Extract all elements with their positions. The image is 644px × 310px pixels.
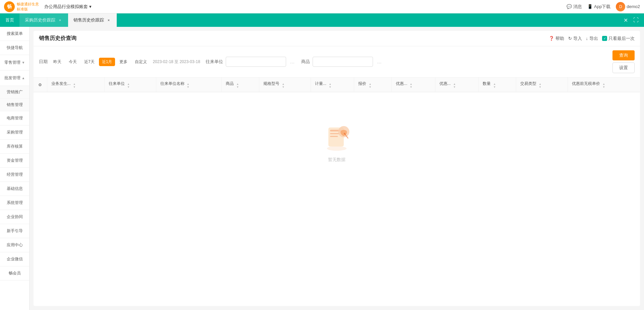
th-price[interactable]: 报价 ▲ ▼ [354, 78, 392, 92]
th-unit-measure-label: 计量... [315, 81, 326, 86]
workspace-dropdown[interactable]: 办公用品行业模拟账套 ▾ [42, 2, 94, 11]
sidebar-item-sales-promo[interactable]: 营销推广 [0, 86, 29, 99]
th-trade-type-label: 交易类型 [520, 81, 536, 86]
sidebar-item-app-center[interactable]: 应用中心 [0, 238, 29, 252]
sidebar-item-inventory-check[interactable]: 库存核算 [0, 140, 29, 154]
sidebar-item-member[interactable]: 畅会员 [0, 266, 29, 280]
sidebar-item-system-mgmt[interactable]: 系统管理 [0, 196, 29, 210]
finance-mgmt-label: 资金管理 [7, 158, 23, 163]
empty-icon [320, 119, 354, 153]
source-unit-input[interactable] [226, 57, 286, 67]
empty-state: 暂无数据 [34, 92, 640, 190]
sidebar-item-wholesale-mgmt[interactable]: 批发管理 ▲ [0, 70, 29, 86]
tab-purchase-close-icon[interactable]: × [57, 17, 63, 23]
th-unit-name-label: 往来单位名称 [160, 81, 184, 86]
sort-arrows-unit-id: ▲ ▼ [127, 83, 130, 89]
empty-text: 暂无数据 [328, 157, 345, 163]
th-pretax-price-label: 优惠前无税单价 [572, 81, 600, 86]
export-label: 导出 [589, 36, 598, 42]
sidebar-item-basic-info[interactable]: 基础信息 [0, 182, 29, 196]
content-area: 销售历史价查询 ❓ 帮助 ↻ 导入 ↓ 导出 ✓ [30, 27, 644, 310]
date-btn-custom[interactable]: 自定义 [132, 58, 150, 66]
search-menu-label: 搜索菜单 [7, 31, 23, 37]
sidebar-item-enterprise-wechat[interactable]: 企业微信 [0, 252, 29, 266]
sort-arrows-unit-name: ▲ ▼ [187, 83, 190, 89]
sidebar-item-purchase-mgmt[interactable]: 采购管理 [0, 125, 29, 140]
only-last-label: 只看最后一次 [608, 36, 635, 42]
app-download-btn[interactable]: 📱 App下载 [587, 4, 610, 10]
retail-mgmt-label: 零售管理 [4, 60, 20, 65]
date-btn-yesterday[interactable]: 昨天 [50, 58, 64, 66]
th-unit-name[interactable]: 往来单位名称 ▲ ▼ [156, 78, 222, 92]
import-btn[interactable]: ↻ 导入 [568, 36, 582, 42]
only-last-checkbox[interactable]: ✓ [602, 36, 607, 41]
tab-sales-close-icon[interactable]: × [106, 17, 111, 23]
source-unit-picker-icon[interactable]: ... [289, 59, 296, 65]
th-pretax-price[interactable]: 优惠前无税单价 ▲ ▼ [568, 78, 640, 92]
sidebar-item-sales-mgmt[interactable]: 销售管理 [0, 99, 29, 111]
th-unit-id-label: 往来单位 [109, 81, 125, 86]
logo-text: 畅捷通好生意标准版 [17, 2, 39, 11]
source-unit-label: 往来单位 [206, 59, 223, 65]
th-quantity[interactable]: 数量 ▲ ▼ [479, 78, 516, 92]
tab-fullscreen-icon[interactable]: ⛶ [632, 16, 640, 24]
setting-button[interactable]: 设置 [612, 62, 635, 73]
date-filter-group: 日期 昨天 今天 近7天 近1月 更多 自定义 2023-02-18 至 202… [39, 58, 200, 66]
product-input[interactable] [313, 57, 373, 67]
product-picker-icon[interactable]: ... [376, 59, 383, 65]
th-biz-date[interactable]: 业务发生... ▲ ▼ [47, 78, 104, 92]
sidebar-item-finance-mgmt[interactable]: 资金管理 [0, 154, 29, 168]
sort-arrows-quantity: ▲ ▼ [493, 83, 496, 89]
th-product[interactable]: 商品 ▲ ▼ [222, 78, 259, 92]
message-btn[interactable]: 💬 消息 [567, 4, 582, 10]
help-btn[interactable]: ❓ 帮助 [549, 36, 564, 42]
sales-promo-label: 营销推广 [7, 90, 23, 94]
th-discount1[interactable]: 优惠... ▲ ▼ [392, 78, 435, 92]
user-area[interactable]: D demo2 [616, 2, 640, 11]
svg-rect-4 [330, 136, 338, 137]
tab-sales-history[interactable]: 销售历史价跟踪 × [68, 13, 117, 27]
tab-purchase-history[interactable]: 采购历史价跟踪 × [19, 13, 68, 27]
table-container: ⚙ 业务发生... ▲ ▼ 往来单位 [34, 78, 640, 190]
date-buttons: 昨天 今天 近7天 近1月 更多 自定义 [50, 58, 150, 66]
top-header: 畅 畅捷通好生意标准版 办公用品行业模拟账套 ▾ 💬 消息 📱 App下载 D … [0, 0, 644, 13]
th-price-label: 报价 [358, 81, 366, 86]
sort-arrows-spec: ▲ ▼ [282, 83, 284, 89]
enterprise-wechat-label: 企业微信 [7, 256, 23, 262]
th-spec[interactable]: 规格型号 ▲ ▼ [259, 78, 311, 92]
message-label: 消息 [573, 4, 582, 10]
export-icon: ↓ [586, 36, 588, 41]
th-unit-id[interactable]: 往来单位 ▲ ▼ [104, 78, 156, 92]
page-title-bar: 销售历史价查询 ❓ 帮助 ↻ 导入 ↓ 导出 ✓ [34, 31, 640, 46]
app-download-label: App下载 [594, 4, 610, 10]
sort-arrows-discount2: ▲ ▼ [453, 83, 456, 89]
only-last-checkbox-label[interactable]: ✓ 只看最后一次 [602, 36, 635, 42]
sales-mgmt-label: 销售管理 [7, 102, 23, 107]
sidebar-item-enterprise-collab[interactable]: 企业协同 [0, 210, 29, 224]
sidebar-item-quick-nav[interactable]: 快捷导航 [0, 41, 29, 55]
th-unit-measure[interactable]: 计量... ▲ ▼ [311, 78, 354, 92]
th-trade-type[interactable]: 交易类型 ▲ ▼ [516, 78, 568, 92]
system-mgmt-label: 系统管理 [7, 200, 23, 206]
date-btn-more[interactable]: 更多 [116, 58, 130, 66]
tab-home[interactable]: 首页 [0, 13, 19, 27]
sidebar-item-ecommerce-mgmt[interactable]: 电商管理 [0, 111, 29, 125]
date-btn-7days[interactable]: 近7天 [81, 58, 98, 66]
sidebar-item-operations-mgmt[interactable]: 经营管理 [0, 168, 29, 182]
sidebar-item-newbie-guide[interactable]: 新手引导 [0, 224, 29, 238]
page-card: 销售历史价查询 ❓ 帮助 ↻ 导入 ↓ 导出 ✓ [34, 31, 640, 306]
export-btn[interactable]: ↓ 导出 [586, 36, 598, 42]
date-btn-today[interactable]: 今天 [66, 58, 80, 66]
sidebar-item-search-menu[interactable]: 搜索菜单 [0, 27, 29, 41]
purchase-mgmt-label: 采购管理 [7, 130, 23, 135]
app-center-label: 应用中心 [7, 242, 23, 248]
th-settings[interactable]: ⚙ [34, 78, 47, 92]
logo-icon: 畅 [4, 1, 15, 12]
member-label: 畅会员 [9, 270, 21, 276]
date-btn-1month[interactable]: 近1月 [99, 58, 115, 66]
retail-mgmt-arrow-icon: ▼ [22, 61, 25, 64]
sidebar-item-retail-mgmt[interactable]: 零售管理 ▼ [0, 55, 29, 70]
tab-close-all-icon[interactable]: ✕ [622, 16, 629, 25]
query-button[interactable]: 查询 [612, 50, 635, 60]
th-discount2[interactable]: 优惠... ▲ ▼ [435, 78, 478, 92]
